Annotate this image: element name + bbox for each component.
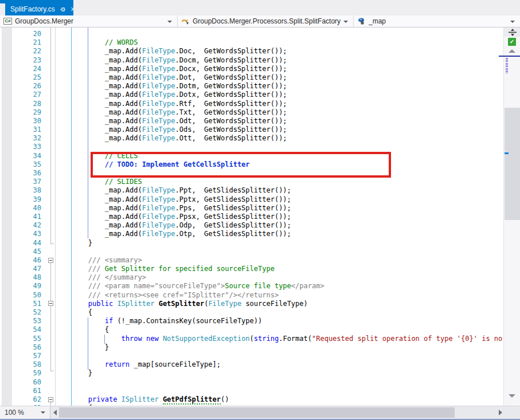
line-number[interactable]: 53	[0, 317, 41, 325]
line-number[interactable]: 27	[0, 91, 41, 99]
code-line[interactable]: 37 // SLIDES	[0, 178, 503, 186]
code-line[interactable]: 55 throw new NotSupportedException(strin…	[0, 335, 503, 343]
line-number[interactable]: 45	[0, 248, 41, 256]
line-number[interactable]: 39	[0, 195, 41, 204]
code-line[interactable]: 29 _map.Add(FileType.Txt, GetWordsSplitt…	[0, 108, 503, 117]
line-number[interactable]: 44	[0, 239, 41, 248]
vs-editor-window: SplitFactory.cs ✕ C# GroupDocs.Merger	[0, 0, 520, 420]
horizontal-scrollbar-thumb[interactable]	[59, 407, 455, 418]
line-number[interactable]: 41	[0, 213, 41, 221]
code-line[interactable]: 24 _map.Add(FileType.Docx, GetWordsSplit…	[0, 65, 503, 73]
code-line[interactable]: 61	[0, 387, 503, 395]
line-number[interactable]: 36	[0, 169, 41, 178]
scroll-down-arrow[interactable]	[509, 394, 515, 398]
scroll-up-arrow[interactable]	[509, 49, 515, 53]
line-number[interactable]: 24	[0, 65, 41, 73]
member-dropdown[interactable]: _map	[354, 15, 520, 27]
project-dropdown[interactable]: C# GroupDocs.Merger	[0, 15, 178, 27]
line-number[interactable]: 23	[0, 56, 41, 65]
line-number[interactable]: 61	[0, 387, 41, 395]
line-number[interactable]: 38	[0, 186, 41, 195]
line-number[interactable]: 57	[0, 352, 41, 360]
code-line[interactable]: 51 public ISplitter GetSplitter(FileType…	[0, 300, 503, 308]
line-number[interactable]: 40	[0, 204, 41, 213]
line-number[interactable]: 56	[0, 343, 41, 352]
editor-splitter-handle[interactable]	[504, 28, 520, 37]
code-line[interactable]: 32 _map.Add(FileType.Ott, GetWordsSplitt…	[0, 134, 503, 143]
line-number[interactable]: 51	[0, 300, 41, 308]
line-number[interactable]: 33	[0, 143, 41, 151]
line-number[interactable]: 35	[0, 160, 41, 169]
code-line[interactable]: 50 /// <returns><see cref="ISplitter"/><…	[0, 291, 503, 300]
code-line[interactable]: 25 _map.Add(FileType.Dot, GetWordsSplitt…	[0, 73, 503, 82]
line-number[interactable]: 47	[0, 265, 41, 273]
code-line[interactable]: 44 }	[0, 239, 503, 248]
zoom-selector[interactable]: 100 %	[0, 406, 50, 419]
code-line[interactable]: 38 _map.Add(FileType.Ppt, GetSlidesSplit…	[0, 186, 503, 195]
line-number[interactable]: 48	[0, 273, 41, 282]
line-number[interactable]: 22	[0, 47, 41, 56]
code-line[interactable]: 43 _map.Add(FileType.Otp, GetSlidesSplit…	[0, 230, 503, 238]
line-number[interactable]: 52	[0, 308, 41, 317]
type-dropdown[interactable]: GroupDocs.Merger.Processors.Split.SplitF…	[178, 15, 354, 27]
code-line[interactable]: 40 _map.Add(FileType.Pps, GetSlidesSplit…	[0, 204, 503, 213]
scroll-right-arrow[interactable]	[499, 410, 502, 415]
code-line[interactable]: 53 if (!_map.ContainsKey(sourceFileType)…	[0, 317, 503, 325]
line-number[interactable]: 60	[0, 378, 41, 387]
line-number[interactable]: 37	[0, 178, 41, 186]
line-number[interactable]: 62	[0, 395, 41, 404]
code-line[interactable]: 58 return _map[sourceFileType];	[0, 360, 503, 369]
code-line[interactable]: 41 _map.Add(FileType.Ppsx, GetSlidesSpli…	[0, 213, 503, 221]
code-line[interactable]: 56 }	[0, 343, 503, 352]
line-number[interactable]: 55	[0, 335, 41, 343]
code-line[interactable]: 52 {	[0, 308, 503, 317]
code-line[interactable]: 46 /// <summary>	[0, 256, 503, 265]
line-number[interactable]: 58	[0, 360, 41, 369]
line-number[interactable]: 46	[0, 256, 41, 265]
line-number[interactable]: 30	[0, 117, 41, 125]
code-line[interactable]: 31 _map.Add(FileType.Ods, GetWordsSplitt…	[0, 125, 503, 134]
code-line[interactable]: 49 /// <param name="sourceFileType">Sour…	[0, 282, 503, 291]
line-number[interactable]: 32	[0, 134, 41, 143]
code-line[interactable]: 20	[0, 30, 503, 38]
close-icon[interactable]: ✕	[71, 6, 76, 13]
line-number[interactable]: 50	[0, 291, 41, 300]
line-number[interactable]: 31	[0, 125, 41, 134]
line-number[interactable]: 59	[0, 369, 41, 378]
code-line[interactable]: 54 {	[0, 325, 503, 334]
code-line[interactable]: 30 _map.Add(FileType.Odt, GetWordsSplitt…	[0, 117, 503, 125]
line-number[interactable]: 20	[0, 30, 41, 38]
line-number[interactable]: 25	[0, 73, 41, 82]
vertical-scrollbar-thumb[interactable]	[505, 108, 520, 220]
code-line[interactable]: 26 _map.Add(FileType.Dotm, GetWordsSplit…	[0, 82, 503, 91]
pin-icon[interactable]	[60, 6, 66, 13]
code-line[interactable]: 47 /// Get Splitter for specified source…	[0, 265, 503, 273]
line-number[interactable]: 42	[0, 221, 41, 230]
code-line[interactable]: 48 /// </summary>	[0, 273, 503, 282]
line-number[interactable]: 21	[0, 38, 41, 47]
line-number[interactable]: 29	[0, 108, 41, 117]
code-line[interactable]: 21 // WORDS	[0, 38, 503, 47]
code-line[interactable]: 39 _map.Add(FileType.Pptx, GetSlidesSpli…	[0, 195, 503, 204]
line-number[interactable]: 49	[0, 282, 41, 291]
code-line[interactable]: 22 _map.Add(FileType.Doc, GetWordsSplitt…	[0, 47, 503, 56]
code-line[interactable]: 60	[0, 378, 503, 387]
code-line[interactable]: 57	[0, 352, 503, 360]
line-number[interactable]: 43	[0, 230, 41, 238]
line-number[interactable]: 54	[0, 325, 41, 334]
scroll-left-arrow[interactable]	[53, 410, 57, 415]
code-line[interactable]: 27 _map.Add(FileType.Dotx, GetWordsSplit…	[0, 91, 503, 99]
code-line[interactable]: 42 _map.Add(FileType.Odp, GetSlidesSplit…	[0, 221, 503, 230]
code-line[interactable]: 59 }	[0, 369, 503, 378]
vertical-scrollbar[interactable]: ✓	[503, 28, 520, 406]
line-number[interactable]: 28	[0, 100, 41, 108]
line-number[interactable]: 26	[0, 82, 41, 91]
tab-splitfactory[interactable]: SplitFactory.cs ✕	[5, 3, 73, 15]
code-line[interactable]: 62 private ISplitter GetPdfSplitter()	[0, 395, 503, 404]
resharper-status-indicator-icon[interactable]: ✓	[508, 38, 516, 46]
code-line[interactable]: 33	[0, 143, 503, 151]
code-line[interactable]: 45	[0, 248, 503, 256]
code-line[interactable]: 23 _map.Add(FileType.Docm, GetWordsSplit…	[0, 56, 503, 65]
code-line[interactable]: 28 _map.Add(FileType.Rtf, GetWordsSplitt…	[0, 100, 503, 108]
line-number[interactable]: 34	[0, 152, 41, 160]
